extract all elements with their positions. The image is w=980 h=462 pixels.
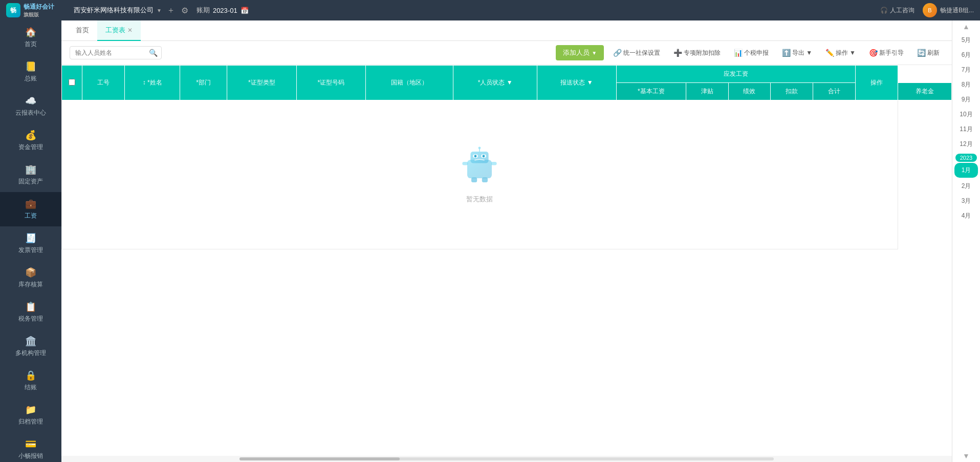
tab-home[interactable]: 首页 <box>68 20 97 41</box>
sidebar-item-inventory[interactable]: 📦 库存核算 <box>0 261 61 295</box>
panel-down-btn[interactable]: ▼ <box>952 450 980 462</box>
settings-btn[interactable]: ⚙ <box>181 6 188 15</box>
right-panel: ▲ 5月 6月 7月 8月 9月 10月 11月 12月 2023 1月 2月 … <box>952 20 980 462</box>
sidebar-item-ledger[interactable]: 📒 总账 <box>0 55 61 89</box>
org-icon: 🏛️ <box>25 335 36 347</box>
th-pension: 养老金 <box>898 83 951 100</box>
svg-rect-11 <box>491 162 497 165</box>
refresh-label: 刷新 <box>927 49 940 57</box>
sidebar-label-salary: 工资 <box>25 212 37 220</box>
tax-declare-icon: 📊 <box>734 49 743 57</box>
sidebar-item-multi-org[interactable]: 🏛️ 多机构管理 <box>0 329 61 364</box>
headset-icon: 🎧 <box>880 7 888 14</box>
service-label: 人工咨询 <box>890 6 914 15</box>
export-label: 导出 <box>792 49 804 57</box>
month-item-aug[interactable]: 8月 <box>952 77 980 92</box>
service-btn[interactable]: 🎧 人工咨询 <box>880 6 914 15</box>
top-right: 🎧 人工咨询 B 畅捷通B组... <box>880 3 974 17</box>
export-btn[interactable]: ⬆️ 导出 ▼ <box>778 47 816 59</box>
month-item-apr-2023[interactable]: 4月 <box>952 208 980 223</box>
user-area[interactable]: B 畅捷通B组... <box>923 3 974 17</box>
sidebar-label-org: 多机构管理 <box>15 349 46 358</box>
month-item-dec[interactable]: 12月 <box>952 137 980 152</box>
logo-area: 畅 畅通好会计 旗舰版 <box>6 3 68 18</box>
month-item-mar-2023[interactable]: 3月 <box>952 194 980 208</box>
avatar: B <box>923 3 937 17</box>
add-company-btn[interactable]: ＋ <box>167 5 175 16</box>
month-item-oct[interactable]: 10月 <box>952 107 980 122</box>
sidebar-item-fixed-assets[interactable]: 🏢 固定资产 <box>0 158 61 192</box>
month-item-may[interactable]: 5月 <box>952 33 980 48</box>
add-person-btn[interactable]: 添加人员 ▼ <box>556 45 604 60</box>
sidebar-item-salary[interactable]: 💼 工资 <box>0 192 61 226</box>
month-item-jul[interactable]: 7月 <box>952 62 980 77</box>
select-all-checkbox[interactable] <box>69 79 75 86</box>
sidebar-item-cloud-report[interactable]: ☁️ 云报表中心 <box>0 89 61 123</box>
sidebar-item-tax[interactable]: 📋 税务管理 <box>0 295 61 329</box>
sidebar-item-archive[interactable]: 📁 归档管理 <box>0 398 61 432</box>
operate-btn[interactable]: ✏️ 操作 ▼ <box>821 47 860 59</box>
close-period-icon: 🔒 <box>25 370 36 381</box>
company-selector[interactable]: 西安虾米网络科技有限公司 ▼ <box>74 6 162 15</box>
month-item-jun[interactable]: 6月 <box>952 48 980 62</box>
tax-declare-btn[interactable]: 📊 个税申报 <box>730 47 773 59</box>
social-security-btn[interactable]: 🔗 统一社保设置 <box>609 47 664 59</box>
sidebar-label-funds: 资金管理 <box>18 143 43 152</box>
scroll-thumb[interactable] <box>239 457 400 460</box>
th-basic-salary: *基本工资 <box>617 83 686 100</box>
expense-icon: 💳 <box>25 438 36 450</box>
svg-point-7 <box>478 146 481 149</box>
month-item-feb-2023[interactable]: 2月 <box>952 179 980 194</box>
month-item-nov[interactable]: 11月 <box>952 122 980 137</box>
special-deduct-btn[interactable]: ➕ 专项附加扣除 <box>669 47 725 59</box>
refresh-btn[interactable]: 🔄 刷新 <box>913 47 944 59</box>
bottom-scroll <box>61 456 952 462</box>
company-dropdown-icon[interactable]: ▼ <box>157 8 162 13</box>
tax-declare-label: 个税申报 <box>744 49 769 57</box>
period-value: 2023-01 <box>213 7 237 14</box>
th-person-status[interactable]: *人员状态 ▼ <box>453 66 537 100</box>
toolbar-right: 添加人员 ▼ 🔗 统一社保设置 ➕ 专项附加扣除 📊 个税申报 ⬆️ <box>556 45 944 60</box>
month-item-jan-2023[interactable]: 1月 <box>954 163 978 178</box>
sidebar-item-home[interactable]: 🏠 首页 <box>0 20 61 55</box>
deduct-label: 专项附加扣除 <box>684 49 721 57</box>
sidebar-item-expense[interactable]: 💳 小畅报销 <box>0 432 61 462</box>
logo-text: 畅通好会计 <box>24 3 54 11</box>
year-label-2023[interactable]: 2023 <box>955 154 977 162</box>
th-total: 合计 <box>813 83 856 100</box>
period-label: 账期 <box>197 6 210 15</box>
sidebar: 🏠 首页 📒 总账 ☁️ 云报表中心 💰 资金管理 🏢 固定资产 💼 工资 🧾 … <box>0 20 61 462</box>
sidebar-item-invoice[interactable]: 🧾 发票管理 <box>0 226 61 261</box>
empty-cell: 暂无数据 <box>62 100 898 249</box>
svg-rect-8 <box>471 177 477 182</box>
guide-action-label: 新手引导 <box>879 49 904 57</box>
sidebar-item-funds[interactable]: 💰 资金管理 <box>0 123 61 158</box>
th-name[interactable]: ↕ *姓名 <box>124 66 180 100</box>
month-item-sep[interactable]: 9月 <box>952 92 980 107</box>
guide-action-btn[interactable]: 🎯 新手引导 <box>865 47 908 59</box>
export-icon: ⬆️ <box>782 49 791 57</box>
search-input[interactable] <box>70 46 162 59</box>
salary-icon: 💼 <box>25 198 36 209</box>
social-icon: 🔗 <box>613 49 622 57</box>
tab-bar: 首页 工资表 ✕ <box>61 20 952 41</box>
sidebar-label-invoice: 发票管理 <box>18 246 43 255</box>
table-header-row1: 工号 ↕ *姓名 *部门 *证型类型 *证型号码 国籍（地区） *人员状态 ▼ … <box>62 66 952 83</box>
tab-salary-table[interactable]: 工资表 ✕ <box>97 20 141 41</box>
tab-close-btn[interactable]: ✕ <box>127 27 133 34</box>
archive-icon: 📁 <box>25 404 36 415</box>
add-dropdown-icon: ▼ <box>592 50 597 56</box>
calendar-icon[interactable]: 📅 <box>241 7 249 14</box>
inventory-icon: 📦 <box>25 267 36 278</box>
svg-rect-10 <box>463 162 468 165</box>
salary-table: 工号 ↕ *姓名 *部门 *证型类型 *证型号码 国籍（地区） *人员状态 ▼ … <box>61 65 952 249</box>
svg-rect-9 <box>482 177 488 182</box>
operate-dropdown-icon: ▼ <box>850 49 856 56</box>
top-bar: 畅 畅通好会计 旗舰版 西安虾米网络科技有限公司 ▼ ＋ ⚙ 账期 2023-0… <box>0 0 980 20</box>
panel-up-btn[interactable]: ▲ <box>952 20 980 33</box>
th-checkbox[interactable] <box>62 66 82 100</box>
sidebar-item-close[interactable]: 🔒 结账 <box>0 364 61 398</box>
th-cert-no: *证型号码 <box>296 66 366 100</box>
scroll-track[interactable] <box>239 457 774 460</box>
th-report-status[interactable]: 报送状态 ▼ <box>537 66 617 100</box>
